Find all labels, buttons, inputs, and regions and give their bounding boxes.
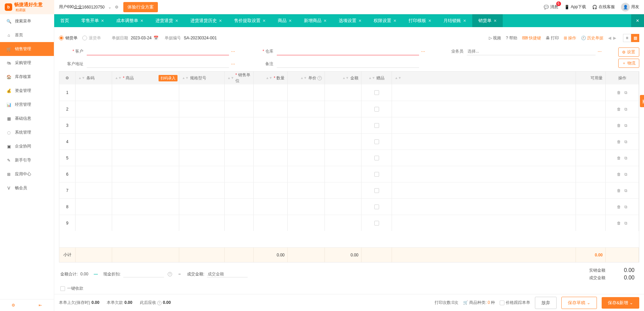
sidebar-item-purchase[interactable]: 🛍采购管理 [0,56,54,70]
sidebar-item-member[interactable]: V畅会员 [0,181,54,195]
col-amount[interactable]: ▲▼金额 [325,72,361,84]
print-link[interactable]: 🖶 打印 [546,35,559,41]
tab-sales-order[interactable]: 销货单✕ [472,14,503,27]
delete-row-icon[interactable]: 🗑 [617,156,621,160]
delete-row-icon[interactable]: 🗑 [617,172,621,177]
copy-row-icon[interactable]: ⧉ [624,188,627,193]
close-icon[interactable]: ✕ [289,19,292,23]
delete-row-icon[interactable]: 🗑 [617,90,621,95]
gift-checkbox[interactable] [374,139,379,144]
col-avail[interactable]: 可用量 [576,72,606,84]
app-download-link[interactable]: 📱 App下载 [564,4,586,10]
close-icon[interactable]: ✕ [101,19,104,23]
table-row[interactable]: 2🗑⧉ [59,101,639,117]
sidebar-settings-button[interactable]: ⚙ [0,299,27,311]
tab-home[interactable]: 首页 [54,14,75,27]
close-all-tabs[interactable]: ✕ [631,14,644,27]
delete-row-icon[interactable]: 🗑 [617,221,621,226]
col-qty[interactable]: ▲▼数量 [254,72,288,84]
addr-input[interactable] [87,60,229,68]
warehouse-input[interactable] [277,47,419,55]
messages-link[interactable]: 💬 消息 6 [544,4,558,10]
tab-month-lock[interactable]: 月结锁账✕ [437,14,472,27]
scan-badge[interactable]: 扫码录入 [159,75,178,81]
view-list[interactable]: ≡ [623,34,631,42]
sidebar-item-appcenter[interactable]: ⊞应用中心 [0,167,54,181]
tab-print-tpl[interactable]: 打印模板✕ [402,14,437,27]
track-checkbox[interactable] [500,300,504,305]
tab-cost[interactable]: 成本调整单✕ [110,14,149,27]
sidebar-collapse-button[interactable]: ⇤ [27,299,54,311]
close-icon[interactable]: ✕ [140,19,143,23]
calendar-icon[interactable]: 📅 [153,36,159,40]
floating-tab[interactable]: ▣ [640,95,644,107]
customer-picker[interactable]: ⋯ [231,49,235,54]
tab-return[interactable]: 进货退货✕ [149,14,184,27]
sidebar-item-inventory[interactable]: 🏠库存核算 [0,70,54,84]
gift-checkbox[interactable] [374,123,379,128]
col-config[interactable]: ⚙ [59,72,76,84]
table-row[interactable]: 7🗑⧉ [59,182,639,198]
close-icon[interactable]: ✕ [428,19,431,23]
salesman-input[interactable] [467,47,596,55]
delete-row-icon[interactable]: 🗑 [617,139,621,144]
table-row[interactable]: 4🗑⧉ [59,133,639,150]
delete-row-icon[interactable]: 🗑 [617,188,621,193]
shortcut-link[interactable]: ⌨ 快捷键 [522,35,541,41]
radio-sale[interactable]: 销货单 [59,35,78,41]
save-new-button[interactable]: 保存&新增 ⌄ [602,297,639,309]
gift-checkbox[interactable] [374,107,379,112]
tab-return-hist[interactable]: 进货退货历史✕ [184,14,228,27]
sidebar-item-business[interactable]: 📊经营管理 [0,98,54,112]
gift-checkbox[interactable] [374,221,379,226]
table-row[interactable]: 1🗑⧉ [59,84,639,101]
industry-plan-button[interactable]: 体验行业方案 [123,2,158,12]
col-barcode[interactable]: ▲▼条码 [76,72,112,84]
close-icon[interactable]: ✕ [324,19,327,23]
gift-checkbox[interactable] [374,172,379,177]
discard-button[interactable]: 放弃 [535,297,557,309]
radio-return[interactable]: 退货单 [82,35,101,41]
sidebar-item-collab[interactable]: ▣企业协同 [0,139,54,153]
sidebar-item-home[interactable]: ⌂首页 [0,28,54,42]
tab-options[interactable]: 选项设置✕ [333,14,368,27]
close-icon[interactable]: ✕ [358,19,361,23]
copy-row-icon[interactable]: ⧉ [624,221,627,226]
org-selector[interactable]: 用户690 企业 1660120750 ⌄ [59,4,115,10]
deal-input[interactable] [207,271,248,277]
sidebar-item-search[interactable]: 🔍搜索菜单 [0,14,54,28]
gift-checkbox[interactable] [374,188,379,193]
prev-doc[interactable]: ◀ [608,36,611,40]
gift-checkbox[interactable] [374,90,379,95]
help-icon[interactable]: ? [317,76,322,80]
delete-row-icon[interactable]: 🗑 [617,107,621,112]
help-icon[interactable]: ? [157,301,162,305]
col-gift[interactable]: ▲▼赠品 [361,72,392,84]
sidebar-item-basic[interactable]: ▦基础信息 [0,112,54,125]
gear-icon[interactable]: ⚙ [115,5,119,9]
col-product[interactable]: ▲▼商品扫码录入 [112,72,179,84]
copy-row-icon[interactable]: ⧉ [624,107,627,112]
help-link[interactable]: ? 帮助 [506,35,517,41]
delete-row-icon[interactable]: 🗑 [617,123,621,128]
table-row[interactable]: 5🗑⧉ [59,150,639,166]
gift-checkbox[interactable] [374,156,379,160]
col-unit[interactable]: ▲▼销售单位 [225,72,254,84]
col-price[interactable]: ▲▼单价? [288,72,325,84]
close-icon[interactable]: ✕ [175,19,178,23]
tab-permissions[interactable]: 权限设置✕ [368,14,402,27]
addr-picker[interactable]: ⋯ [231,62,235,66]
view-grid[interactable]: ▦ [631,34,639,42]
copy-row-icon[interactable]: ⧉ [624,90,627,95]
history-link[interactable]: 🕘 历史单据 [581,35,603,41]
note-input[interactable] [277,60,419,68]
salesman-picker[interactable]: ⋯ [598,49,602,54]
operate-link[interactable]: ⊞ 操作 [564,35,576,41]
support-link[interactable]: 🎧 在线客服 [592,4,615,10]
copy-row-icon[interactable]: ⧉ [624,156,627,160]
gift-checkbox[interactable] [374,205,379,209]
save-draft-button[interactable]: 保存草稿 ⌄ [561,297,597,309]
user-menu[interactable]: 👤 用友 [621,3,639,12]
tab-price-setting[interactable]: 售价提取设置✕ [228,14,272,27]
sidebar-item-funds[interactable]: 💰资金管理 [0,84,54,98]
